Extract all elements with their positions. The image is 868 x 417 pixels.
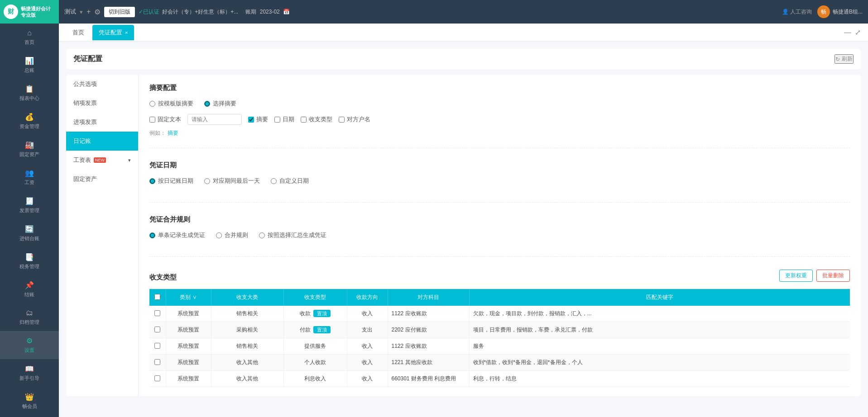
- topbar-add-button[interactable]: +: [86, 8, 91, 16]
- radio-single-record[interactable]: 单条记录生成凭证: [149, 231, 205, 239]
- checkbox-fixed-text[interactable]: 固定文本: [149, 115, 181, 123]
- th-direction: 收款方向: [347, 289, 388, 306]
- radio-summary-generate[interactable]: 按照选择汇总生成凭证: [259, 231, 326, 239]
- table-row: 系统预置 采购相关 付款置顶 支出 2202 应付账款 项目，日常费用，报销款，…: [149, 322, 850, 338]
- left-nav-item-日记账[interactable]: 日记账: [66, 132, 138, 151]
- cell-keywords: 服务: [469, 338, 850, 355]
- sidebar-item-进销台账[interactable]: 🔄进销台账: [0, 219, 59, 247]
- sidebar-item-固定资产[interactable]: 🏭固定资产: [0, 135, 59, 163]
- sidebar-item-税务管理[interactable]: 📑税务管理: [0, 247, 59, 275]
- th-category[interactable]: 类别 ∨: [166, 289, 211, 306]
- sidebar-item-设置[interactable]: ⚙设置: [0, 331, 59, 359]
- batch-delete-button[interactable]: 批量删除: [816, 270, 850, 282]
- fixed-text-input[interactable]: [187, 114, 242, 125]
- sidebar-item-工资[interactable]: 👥工资: [0, 163, 59, 191]
- th-main-type: 收支大类: [211, 289, 283, 306]
- left-nav: 公共选项销项发票进项发票日记账工资表NEW▾固定资产: [66, 75, 139, 396]
- cell-type: 收款置顶: [283, 306, 347, 322]
- customer-service-button[interactable]: 👤 人工咨询: [782, 8, 812, 16]
- reset-badge[interactable]: 置顶: [313, 326, 331, 333]
- radio-choose-summary[interactable]: 选择摘要: [204, 100, 236, 108]
- left-nav-item-销项发票[interactable]: 销项发票: [66, 94, 138, 113]
- sidebar: 财 畅捷通好会计 专业版 ⌂首页📊总账📋报表中心💰资金管理🏭固定资产👥工资🧾发票…: [0, 0, 59, 417]
- checkbox-date[interactable]: 日期: [274, 115, 294, 123]
- voucher-date-radio-group: 按日记账日期 对应期间最后一天 自定义日期: [149, 177, 850, 185]
- th-checkbox: [149, 289, 166, 306]
- radio-journal-date[interactable]: 按日记账日期: [149, 177, 193, 185]
- sidebar-item-报表中心[interactable]: 📋报表中心: [0, 79, 59, 107]
- cell-type: 个人收款: [283, 355, 347, 371]
- sidebar-icon: 📋: [25, 85, 34, 93]
- income-expense-title: 收支类型: [149, 273, 177, 282]
- radio-template-summary[interactable]: 按模板版摘要: [149, 100, 193, 108]
- topbar-dropdown-icon[interactable]: ▾: [80, 9, 83, 15]
- reset-badge[interactable]: 置顶: [313, 310, 331, 317]
- left-nav-item-固定资产[interactable]: 固定资产: [66, 170, 138, 189]
- sidebar-icon: 🔄: [25, 225, 34, 233]
- app-logo: 财 畅捷通好会计 专业版: [0, 0, 59, 24]
- sidebar-icon: 👥: [25, 169, 34, 177]
- sidebar-item-结账[interactable]: 📌结账: [0, 275, 59, 303]
- sidebar-icon: ⌂: [27, 29, 32, 37]
- income-expense-section: 收支类型 更新权重 批量删除: [149, 270, 850, 387]
- sidebar-item-发票管理[interactable]: 🧾发票管理: [0, 191, 59, 219]
- cell-keywords: 收到*借款，收到*备用金，退回*备用金，个人: [469, 355, 850, 371]
- cell-keywords: 欠款，现金，项目款，到付款，报销款，汇入，...: [469, 306, 850, 322]
- config-layout: 公共选项销项发票进项发票日记账工资表NEW▾固定资产 摘要配置 按模板版摘要: [66, 75, 861, 396]
- topbar-title: 测试: [64, 8, 76, 16]
- table-row: 系统预置 销售相关 提供服务 收入 1122 应收账款 服务: [149, 338, 850, 355]
- cell-direction: 收入: [347, 306, 388, 322]
- tab-home[interactable]: 首页: [66, 25, 91, 40]
- sidebar-item-首页[interactable]: ⌂首页: [0, 24, 59, 51]
- income-expense-table: 类别 ∨ 收支大类 收支类型 收款方向 对方科目 匹配关键字 系统预置 销售相关…: [149, 289, 850, 387]
- cell-keywords: 利息，行转，结息: [469, 371, 850, 387]
- refresh-button[interactable]: ↻ 刷新: [834, 54, 854, 64]
- checkbox-income-type[interactable]: 收支类型: [301, 115, 332, 123]
- sidebar-icon: 📑: [25, 253, 34, 261]
- left-nav-item-进项发票[interactable]: 进项发票: [66, 113, 138, 132]
- tab-minimize-button[interactable]: —: [844, 28, 851, 37]
- sidebar-item-总账[interactable]: 📊总账: [0, 51, 59, 79]
- sidebar-item-新手引导[interactable]: 📖新手引导: [0, 359, 59, 387]
- sidebar-item-资金管理[interactable]: 💰资金管理: [0, 107, 59, 135]
- switch-version-button[interactable]: 切到旧版: [104, 7, 135, 17]
- merge-rules-radio-group: 单条记录生成凭证 合并规则 按照选择汇总生成凭证: [149, 231, 850, 239]
- sidebar-icon: 📊: [25, 57, 34, 65]
- left-nav-item-工资表[interactable]: 工资表NEW▾: [66, 151, 138, 170]
- user-menu[interactable]: 畅 畅捷通B组...: [817, 5, 863, 18]
- summary-checkbox-row: 固定文本 摘要 日期: [149, 114, 850, 125]
- logo-icon: 财: [4, 5, 18, 19]
- page-title-bar: 凭证配置 ↻ 刷新: [66, 49, 861, 69]
- cell-type: 提供服务: [283, 338, 347, 355]
- cell-account: 1122 应收账款: [388, 338, 469, 355]
- topbar-settings-icon[interactable]: ⚙: [94, 8, 101, 16]
- page-area: 凭证配置 ↻ 刷新 公共选项销项发票进项发票日记账工资表NEW▾固定资产 摘要配…: [59, 42, 868, 417]
- radio-custom-date[interactable]: 自定义日期: [271, 177, 309, 185]
- sidebar-icon: 🏭: [25, 141, 34, 149]
- summary-radio-group: 按模板版摘要 选择摘要: [149, 100, 850, 108]
- merge-rules-title: 凭证合并规则: [149, 215, 850, 224]
- tab-maximize-button[interactable]: ⤢: [855, 28, 861, 37]
- checkbox-summary[interactable]: 摘要: [248, 115, 268, 123]
- update-weight-button[interactable]: 更新权重: [779, 270, 813, 282]
- cell-type: 利息收入: [283, 371, 347, 387]
- th-account: 对方科目: [388, 289, 469, 306]
- sidebar-item-畅会员[interactable]: 👑畅会员: [0, 387, 59, 415]
- table-row: 系统预置 收入其他 个人收款 收入 1221 其他应收款 收到*借款，收到*备用…: [149, 355, 850, 371]
- radio-merge-rule[interactable]: 合并规则: [216, 231, 248, 239]
- tab-close-icon[interactable]: ×: [125, 30, 128, 35]
- radio-period-last-day[interactable]: 对应期间最后一天: [204, 177, 260, 185]
- tab-actions: — ⤢: [844, 28, 861, 37]
- sidebar-icon: 🧾: [25, 197, 34, 205]
- sidebar-icon: 🗂: [26, 309, 33, 317]
- cell-type: 付款置顶: [283, 322, 347, 338]
- tab-voucher-config[interactable]: 凭证配置 ×: [92, 25, 134, 40]
- cell-account: 2202 应付账款: [388, 322, 469, 338]
- main-area: 测试 ▾ + ⚙ 切到旧版 ✓已认证 好会计（专）+好生意（标）+... 账期 …: [59, 0, 868, 417]
- table-body: 系统预置 销售相关 收款置顶 收入 1122 应收账款 欠款，现金，项目款，到付…: [149, 306, 850, 387]
- badge-new: NEW: [94, 157, 106, 163]
- select-all-checkbox[interactable]: [154, 294, 160, 300]
- sidebar-item-归档管理[interactable]: 🗂归档管理: [0, 303, 59, 331]
- left-nav-item-公共选项[interactable]: 公共选项: [66, 75, 138, 94]
- checkbox-counterparty[interactable]: 对方户名: [339, 115, 370, 123]
